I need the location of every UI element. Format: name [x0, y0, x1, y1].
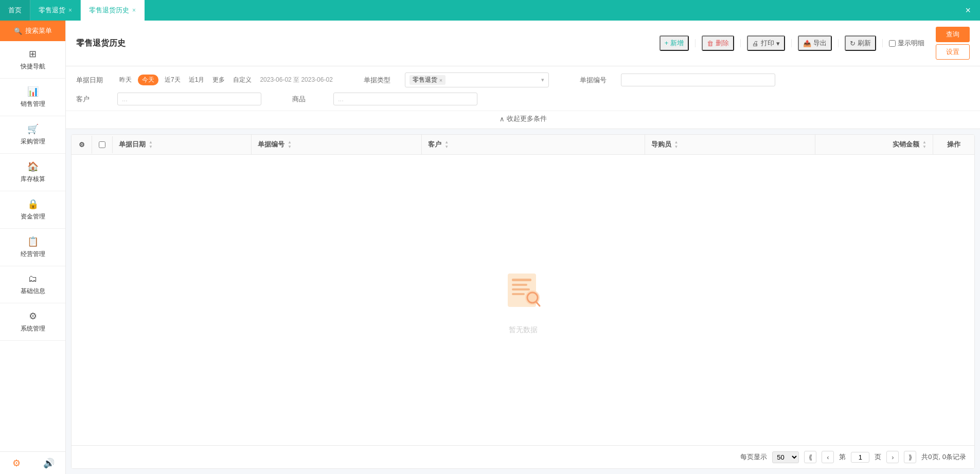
sidebar-item-purchase[interactable]: 🛒 采购管理	[0, 116, 65, 154]
collapse-button[interactable]: ∧ 收起更多条件	[66, 111, 980, 126]
svg-rect-3	[512, 288, 530, 290]
show-detail-label[interactable]: 显示明细	[889, 39, 924, 48]
th-setting[interactable]: ⚙	[72, 136, 92, 154]
page-input[interactable]	[851, 452, 869, 463]
export-button[interactable]: 📤 导出	[798, 35, 832, 51]
tab-retail-return-history-close[interactable]: ×	[132, 7, 136, 14]
tab-retail-return-history-label: 零售退货历史	[89, 6, 129, 15]
print-label: 打印	[761, 39, 774, 48]
sidebar-volume-button[interactable]: 🔊	[33, 452, 66, 474]
tab-home[interactable]: 首页	[0, 0, 30, 21]
date-shortcut-more[interactable]: 更多	[210, 75, 227, 85]
th-amount-sort: ▲▼	[922, 140, 926, 149]
th-customer-label: 客户	[428, 140, 441, 149]
select-all-checkbox[interactable]	[99, 141, 105, 148]
sidebar-search[interactable]: 🔍 搜索菜单	[0, 21, 65, 41]
search-icon: 🔍	[14, 27, 22, 35]
sidebar-item-basic-label: 基础信息	[21, 287, 45, 296]
tab-retail-return-history[interactable]: 零售退货历史 ×	[81, 0, 145, 21]
page-suffix: 页	[875, 452, 881, 462]
date-shortcut-1month[interactable]: 近1月	[187, 75, 207, 85]
refresh-label: 刷新	[858, 39, 871, 48]
sidebar-item-purchase-label: 采购管理	[21, 137, 45, 146]
date-range-display: 2023-06-02 至 2023-06-02	[260, 76, 332, 84]
sidebar-item-sales[interactable]: 📊 销售管理	[0, 79, 65, 116]
customer-filter-label: 客户	[76, 95, 107, 104]
type-filter-tag-remove[interactable]: ×	[439, 77, 442, 83]
tab-retail-return-close[interactable]: ×	[68, 7, 72, 14]
sidebar-item-basic[interactable]: 🗂 基础信息	[0, 266, 65, 303]
divider-4	[838, 39, 839, 47]
tab-retail-return[interactable]: 零售退货 ×	[30, 0, 81, 21]
date-shortcut-custom[interactable]: 自定义	[231, 75, 254, 85]
empty-state-illustration	[497, 266, 549, 317]
show-detail-checkbox[interactable]	[889, 40, 896, 47]
divider-3	[791, 39, 792, 47]
show-detail-text: 显示明细	[898, 39, 924, 48]
first-page-button[interactable]: ⟪	[804, 451, 816, 463]
sidebar-item-inventory[interactable]: 🏠 库存核算	[0, 154, 65, 191]
table-header: ⚙ 单据日期 ▲▼ 单据编号 ▲▼ 客户 ▲▼ 导购员	[72, 135, 974, 155]
sidebar-item-operations[interactable]: 📋 经营管理	[0, 229, 65, 266]
settings-icon: ⚙	[79, 141, 85, 149]
sidebar-item-system[interactable]: ⚙ 系统管理	[0, 303, 65, 341]
sidebar-item-quick-nav[interactable]: ⊞ 快捷导航	[0, 41, 65, 79]
sidebar-item-inventory-label: 库存核算	[21, 175, 45, 184]
export-label: 导出	[813, 39, 827, 48]
svg-rect-1	[512, 279, 531, 281]
page-title: 零售退货历史	[76, 38, 126, 49]
delete-button[interactable]: 🗑 删除	[702, 35, 734, 51]
tab-retail-return-label: 零售退货	[39, 6, 65, 15]
th-guide[interactable]: 导购员 ▲▼	[645, 135, 815, 154]
inventory-icon: 🏠	[27, 161, 39, 172]
collapse-label: 收起更多条件	[507, 114, 547, 123]
query-button[interactable]: 查询	[936, 27, 970, 42]
sidebar-item-finance-label: 资金管理	[21, 212, 45, 221]
purchase-icon: 🛒	[27, 123, 39, 135]
doc-num-filter-input[interactable]	[621, 74, 775, 86]
tab-home-label: 首页	[8, 6, 22, 15]
th-number[interactable]: 单据编号 ▲▼	[252, 135, 422, 154]
th-checkbox[interactable]	[92, 136, 113, 153]
type-filter-select[interactable]: 零售退货 × ▾	[405, 72, 549, 87]
per-page-select[interactable]: 50 100 200	[772, 451, 799, 463]
type-filter-arrow: ▾	[541, 77, 544, 83]
add-button[interactable]: + 新增	[660, 35, 689, 51]
customer-filter-select[interactable]: ...	[117, 93, 261, 105]
page-content: 零售退货历史 + 新增 🗑 删除 🖨 打印 ▾ 📤 导出	[66, 21, 980, 474]
print-icon: 🖨	[752, 40, 759, 47]
type-filter-tag-value: 零售退货	[413, 76, 437, 84]
divider-1	[695, 39, 696, 47]
sidebar-bottom: ⚙ 🔊	[0, 451, 65, 474]
goods-filter-select[interactable]: ...	[333, 93, 477, 105]
last-page-button[interactable]: ⟫	[904, 451, 916, 463]
date-shortcut-7days[interactable]: 近7天	[163, 75, 183, 85]
th-customer[interactable]: 客户 ▲▼	[422, 135, 645, 154]
finance-icon: 🔒	[27, 198, 39, 210]
refresh-button[interactable]: ↻ 刷新	[845, 35, 876, 51]
pagination: 每页显示 50 100 200 ⟪ ‹ 第 页 › ⟫ 共0页, 0条记录	[72, 445, 974, 468]
goods-filter-label: 商品	[292, 95, 323, 104]
prev-page-button[interactable]: ‹	[822, 451, 834, 463]
export-icon: 📤	[803, 40, 811, 47]
th-amount[interactable]: 实销金额 ▲▼	[815, 135, 933, 154]
setting-button[interactable]: 设置	[936, 44, 970, 60]
tab-list: 首页 零售退货 × 零售退货历史 ×	[0, 0, 956, 21]
th-date[interactable]: 单据日期 ▲▼	[113, 135, 252, 154]
sidebar-item-finance[interactable]: 🔒 资金管理	[0, 191, 65, 229]
next-page-button[interactable]: ›	[886, 451, 899, 463]
filter-row-1: 单据日期 昨天 今天 近7天 近1月 更多 自定义 2023-06-02 至 2…	[76, 72, 970, 87]
quick-nav-icon: ⊞	[29, 48, 37, 60]
date-filter-label: 单据日期	[76, 76, 107, 85]
th-date-label: 单据日期	[119, 140, 146, 149]
operations-icon: 📋	[27, 236, 39, 247]
window-close-button[interactable]: ×	[956, 5, 980, 16]
divider-5	[882, 39, 883, 47]
sidebar-settings-button[interactable]: ⚙	[0, 452, 33, 474]
sidebar-item-quick-nav-label: 快捷导航	[21, 62, 45, 71]
date-shortcut-today[interactable]: 今天	[138, 75, 158, 85]
empty-state-text: 暂无数据	[509, 325, 538, 335]
customer-filter-placeholder: ...	[122, 95, 128, 103]
date-shortcut-yesterday[interactable]: 昨天	[117, 75, 134, 85]
print-button[interactable]: 🖨 打印 ▾	[747, 35, 785, 51]
